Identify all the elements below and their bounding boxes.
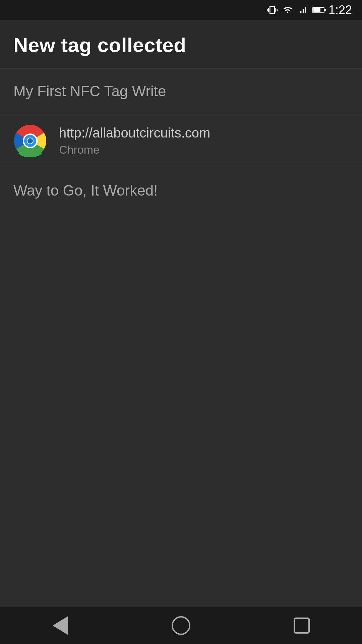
- back-icon: [53, 616, 68, 635]
- home-button[interactable]: [168, 612, 194, 639]
- status-time: 1:22: [328, 3, 352, 17]
- back-button[interactable]: [47, 612, 74, 639]
- success-message-text: Way to Go, It Worked!: [13, 182, 158, 199]
- app-header: New tag collected: [0, 20, 362, 69]
- recents-button[interactable]: [288, 612, 315, 639]
- chrome-logo-icon: [13, 124, 47, 158]
- page-title: New tag collected: [13, 34, 349, 57]
- svg-point-4: [27, 138, 33, 144]
- vibrate-icon: [267, 5, 278, 15]
- chrome-info: http://allaboutcircuits.com Chrome: [59, 125, 210, 156]
- recents-icon: [294, 618, 310, 634]
- chrome-url-section[interactable]: http://allaboutcircuits.com Chrome: [0, 114, 362, 168]
- chrome-url-text: http://allaboutcircuits.com: [59, 125, 210, 141]
- chrome-app-label: Chrome: [59, 143, 210, 156]
- status-icons: 1:22: [267, 3, 352, 17]
- signal-icon: [298, 5, 308, 15]
- wifi-icon: [282, 5, 294, 15]
- nfc-tag-name-section: My First NFC Tag Write: [0, 69, 362, 114]
- navigation-bar: [0, 607, 362, 644]
- status-bar: 1:22: [0, 0, 362, 20]
- home-icon: [172, 616, 190, 635]
- battery-icon: [312, 7, 324, 13]
- success-message-section: Way to Go, It Worked!: [0, 168, 362, 213]
- content-area: My First NFC Tag Write: [0, 69, 362, 213]
- nfc-tag-name-label: My First NFC Tag Write: [13, 83, 166, 99]
